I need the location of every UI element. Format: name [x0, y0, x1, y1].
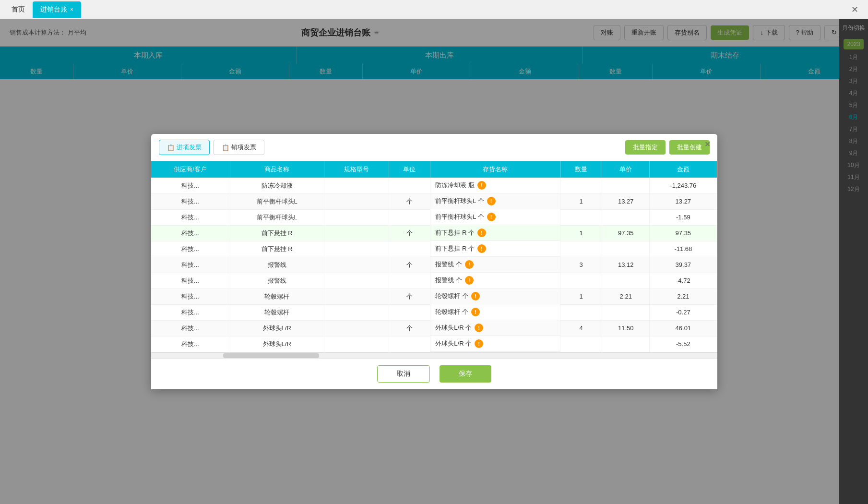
tab-inbound-invoice[interactable]: 📋 进项发票 [159, 140, 210, 155]
cell-unit [389, 273, 430, 288]
cell-amount: -5.52 [650, 336, 717, 352]
warn-icon: ! [465, 276, 474, 285]
cell-quantity: 1 [560, 193, 602, 209]
inbound-tab-icon: 📋 [167, 144, 175, 151]
outbound-tab-label: 销项发票 [231, 143, 256, 152]
cell-product: 外球头L/R [230, 336, 324, 352]
cell-spec [324, 273, 389, 288]
table-row[interactable]: 科技... 前下悬挂 R 前下悬挂 R 个 ! -11.68 [151, 241, 717, 257]
cell-unit [389, 336, 430, 352]
cell-inventory: 防冻冷却液 瓶 ! [430, 178, 560, 193]
tab-bar: 首页 进销台账 × ✕ [0, 0, 868, 19]
cell-spec [324, 225, 389, 241]
modal-footer: 取消 保存 [151, 358, 717, 389]
col-inventory: 存货名称 [430, 161, 560, 178]
cell-inventory: 轮毂螺杆 个 ! [430, 288, 560, 304]
cell-unit: 个 [389, 193, 430, 209]
tab-close-icon[interactable]: × [70, 6, 73, 13]
cell-unit-price: 13.12 [602, 257, 650, 273]
modal-dialog: 📋 进项发票 📋 销项发票 批量指定 批量创建 × [151, 134, 717, 389]
cell-unit-price [602, 209, 650, 225]
scrollbar-thumb[interactable] [223, 353, 319, 358]
cell-product: 外球头L/R [230, 320, 324, 336]
table-row[interactable]: 科技... 报警线 个 报警线 个 ! 3 13.12 39.37 [151, 257, 717, 273]
cell-product: 前平衡杆球头L [230, 193, 324, 209]
col-amount: 金额 [650, 161, 717, 178]
batch-designate-button[interactable]: 批量指定 [625, 140, 666, 155]
invoice-table: 供应商/客户 商品名称 规格型号 单位 存货名称 数量 单价 金额 科技... … [151, 161, 717, 352]
table-row[interactable]: 科技... 前平衡杆球头L 个 前平衡杆球头L 个 ! 1 13.27 13.2… [151, 193, 717, 209]
window-close-button[interactable]: ✕ [845, 0, 864, 19]
cell-amount: -1,243.76 [650, 178, 717, 193]
cell-inventory: 轮毂螺杆 个 ! [430, 304, 560, 320]
cell-supplier: 科技... [151, 304, 230, 320]
table-row[interactable]: 科技... 外球头L/R 个 外球头L/R 个 ! 4 11.50 46.01 [151, 320, 717, 336]
cell-supplier: 科技... [151, 273, 230, 288]
warn-icon: ! [487, 197, 496, 205]
cell-quantity [560, 209, 602, 225]
inbound-tab-label: 进项发票 [177, 143, 202, 152]
cell-unit: 个 [389, 320, 430, 336]
cell-inventory: 前下悬挂 R 个 ! [430, 241, 560, 257]
cell-product: 轮毂螺杆 [230, 288, 324, 304]
table-scrollbar[interactable] [151, 352, 717, 358]
cell-supplier: 科技... [151, 193, 230, 209]
cell-supplier: 科技... [151, 288, 230, 304]
cell-product: 报警线 [230, 273, 324, 288]
modal-close-button[interactable]: × [705, 139, 711, 150]
col-quantity: 数量 [560, 161, 602, 178]
cell-product: 前下悬挂 R [230, 225, 324, 241]
cell-inventory: 报警线 个 ! [430, 273, 560, 288]
cell-spec [324, 178, 389, 193]
cell-unit-price: 2.21 [602, 288, 650, 304]
cell-unit-price: 11.50 [602, 320, 650, 336]
warn-icon: ! [477, 228, 486, 237]
table-row[interactable]: 科技... 前平衡杆球头L 前平衡杆球头L 个 ! -1.59 [151, 209, 717, 225]
cell-supplier: 科技... [151, 336, 230, 352]
table-row[interactable]: 科技... 报警线 报警线 个 ! -4.72 [151, 273, 717, 288]
col-supplier: 供应商/客户 [151, 161, 230, 178]
cell-inventory: 前平衡杆球头L 个 ! [430, 193, 560, 209]
cell-unit: 个 [389, 225, 430, 241]
cell-spec [324, 320, 389, 336]
cell-spec [324, 336, 389, 352]
cell-spec [324, 241, 389, 257]
tab-outbound-invoice[interactable]: 📋 销项发票 [214, 140, 264, 155]
cell-unit-price [602, 241, 650, 257]
cell-unit [389, 209, 430, 225]
cell-unit-price: 97.35 [602, 225, 650, 241]
cancel-button[interactable]: 取消 [377, 365, 430, 383]
table-row[interactable]: 科技... 前下悬挂 R 个 前下悬挂 R 个 ! 1 97.35 97.35 [151, 225, 717, 241]
cell-unit-price [602, 336, 650, 352]
warn-icon: ! [475, 339, 483, 348]
table-row[interactable]: 科技... 轮毂螺杆 轮毂螺杆 个 ! -0.27 [151, 304, 717, 320]
cell-quantity [560, 304, 602, 320]
warn-icon: ! [487, 213, 496, 221]
save-button[interactable]: 保存 [440, 365, 491, 383]
table-row[interactable]: 科技... 轮毂螺杆 个 轮毂螺杆 个 ! 1 2.21 2.21 [151, 288, 717, 304]
cell-unit-price [602, 304, 650, 320]
cell-spec [324, 304, 389, 320]
cell-amount: -11.68 [650, 241, 717, 257]
table-row[interactable]: 科技... 防冻冷却液 防冻冷却液 瓶 ! -1,243.76 [151, 178, 717, 193]
warn-icon: ! [471, 308, 480, 316]
outbound-tab-icon: 📋 [222, 144, 229, 151]
tab-active[interactable]: 进销台账 × [33, 1, 81, 18]
warn-icon: ! [477, 244, 486, 253]
cell-quantity: 1 [560, 288, 602, 304]
cell-amount: -0.27 [650, 304, 717, 320]
cell-quantity [560, 241, 602, 257]
cell-unit: 个 [389, 288, 430, 304]
cell-quantity [560, 336, 602, 352]
tab-home[interactable]: 首页 [4, 1, 33, 18]
cell-inventory: 外球头L/R 个 ! [430, 336, 560, 352]
cell-product: 前平衡杆球头L [230, 209, 324, 225]
cell-supplier: 科技... [151, 178, 230, 193]
table-row[interactable]: 科技... 外球头L/R 外球头L/R 个 ! -5.52 [151, 336, 717, 352]
invoice-table-wrapper[interactable]: 供应商/客户 商品名称 规格型号 单位 存货名称 数量 单价 金额 科技... … [151, 161, 717, 352]
cell-quantity [560, 178, 602, 193]
cell-product: 前下悬挂 R [230, 241, 324, 257]
cell-amount: -1.59 [650, 209, 717, 225]
cell-quantity: 4 [560, 320, 602, 336]
batch-create-button[interactable]: 批量创建 [669, 140, 710, 155]
